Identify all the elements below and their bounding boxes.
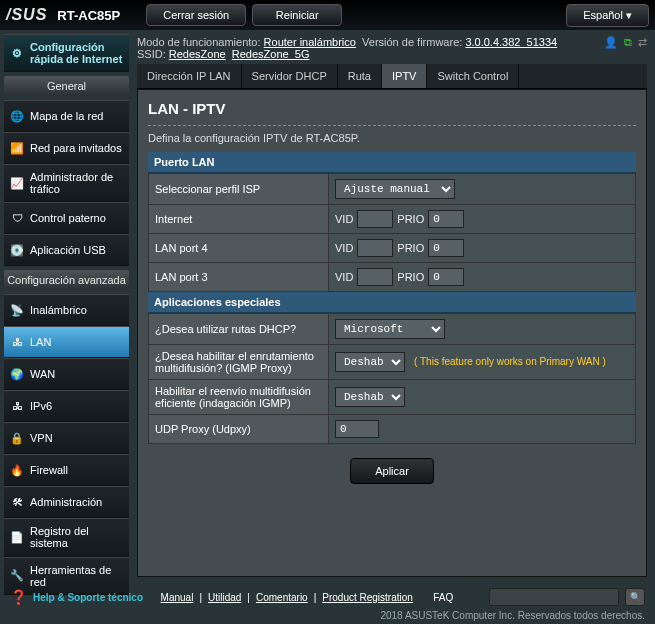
utility-link[interactable]: Utilidad [208,592,241,603]
productreg-link[interactable]: Product Registration [322,592,413,603]
ipv6-icon: 🖧 [8,397,26,415]
lan4-prio-input[interactable] [428,239,464,257]
firewall-icon: 🔥 [8,461,26,479]
ssid2-link[interactable]: RedesZone_5G [232,48,310,60]
shield-icon: 🛡 [8,209,26,227]
language-label: Español [583,9,623,21]
sidebar-item-ipv6[interactable]: 🖧 IPv6 [4,390,129,422]
lan3-prio-input[interactable] [428,268,464,286]
reboot-button[interactable]: Reiniciar [252,4,342,26]
tools-icon: 🔧 [8,567,26,585]
person-icon[interactable]: 👤 [604,36,618,49]
sidebar-item-label: Inalámbrico [30,304,87,316]
internet-label: Internet [149,205,329,234]
sidebar-item-usb-app[interactable]: 💽 Aplicación USB [4,234,129,266]
meter-icon: 📈 [8,174,26,192]
mode-link[interactable]: Router inalámbrico [264,36,356,48]
sidebar-item-label: Administrador de tráfico [30,171,125,195]
prio-label: PRIO [397,213,424,225]
lan4-vid-input[interactable] [357,239,393,257]
search-icon: 🔍 [630,592,641,602]
sidebar-item-label: LAN [30,336,51,348]
udpxy-input[interactable] [335,420,379,438]
wifi-status-icon[interactable]: ⧉ [624,36,632,49]
section-apps: Aplicaciones especiales [148,292,636,313]
feedback-link[interactable]: Comentario [256,592,308,603]
sidebar-item-label: Aplicación USB [30,244,106,256]
sidebar-item-label: Control paterno [30,212,106,224]
fw-link[interactable]: 3.0.0.4.382_51334 [465,36,557,48]
signal-icon: 📡 [8,301,26,319]
sidebar-item-label: Configuración rápida de Internet [30,41,125,65]
sidebar-item-firewall[interactable]: 🔥 Firewall [4,454,129,486]
isp-profile-label: Seleccionar perfil ISP [149,174,329,205]
sidebar-item-system-log[interactable]: 📄 Registro del sistema [4,518,129,556]
copyright: 2018 ASUSTeK Computer Inc. Reservados to… [10,610,645,621]
page-desc: Defina la configuración IPTV de RT-AC85P… [148,132,636,144]
search-button[interactable]: 🔍 [625,588,645,606]
sidebar-item-vpn[interactable]: 🔒 VPN [4,422,129,454]
sidebar-item-lan[interactable]: 🖧 LAN [4,326,129,358]
dhcp-routes-select[interactable]: Microsoft [335,319,445,339]
internet-prio-input[interactable] [428,210,464,228]
tab-iptv[interactable]: IPTV [382,64,427,88]
udpxy-label: UDP Proxy (Udpxy) [149,415,329,444]
lan-icon: 🖧 [8,333,26,351]
page-title: LAN - IPTV [148,100,636,117]
sidebar-item-network-map[interactable]: 🌐 Mapa de la red [4,100,129,132]
tab-lan-ip[interactable]: Dirección IP LAN [137,64,242,88]
dhcp-routes-label: ¿Desea utilizar rutas DHCP? [149,314,329,345]
lanport4-label: LAN port 4 [149,234,329,263]
usb-icon: 💽 [8,241,26,259]
world-icon: 🌍 [8,365,26,383]
sidebar-item-wan[interactable]: 🌍 WAN [4,358,129,390]
igmp-proxy-select[interactable]: Deshabilitar [335,352,405,372]
help-icon[interactable]: ❓ [10,589,27,605]
sidebar-item-label: Administración [30,496,102,508]
sidebar-item-label: WAN [30,368,55,380]
internet-vid-input[interactable] [357,210,393,228]
manual-link[interactable]: Manual [161,592,194,603]
mode-label: Modo de funcionamiento: [137,36,261,48]
log-icon: 📄 [8,528,26,546]
ssid1-link[interactable]: RedesZone [169,48,226,60]
sidebar-quick-setup[interactable]: ⚙ Configuración rápida de Internet [4,34,129,72]
chevron-down-icon: ▾ [626,9,632,21]
sidebar-item-label: Red para invitados [30,142,122,154]
logout-button[interactable]: Cerrar sesión [146,4,246,26]
igmp-note: ( This feature only works on Primary WAN… [414,356,606,367]
sidebar-group-general: General [4,76,129,96]
tabs: Dirección IP LAN Servidor DHCP Ruta IPTV… [137,64,647,89]
sidebar-item-label: IPv6 [30,400,52,412]
igmp-snoop-select[interactable]: Deshabilitar [335,387,405,407]
sidebar-item-guest-network[interactable]: 📶 Red para invitados [4,132,129,164]
language-button[interactable]: Español ▾ [566,4,649,27]
vid-label: VID [335,242,353,254]
sidebar-item-administration[interactable]: 🛠 Administración [4,486,129,518]
tab-dhcp[interactable]: Servidor DHCP [242,64,338,88]
lan3-vid-input[interactable] [357,268,393,286]
tab-switch[interactable]: Switch Control [427,64,519,88]
lanport3-label: LAN port 3 [149,263,329,292]
sidebar-item-parental-control[interactable]: 🛡 Control paterno [4,202,129,234]
sidebar-item-label: Registro del sistema [30,525,125,549]
sidebar-item-wireless[interactable]: 📡 Inalámbrico [4,294,129,326]
sidebar-item-traffic-manager[interactable]: 📈 Administrador de tráfico [4,164,129,202]
info-bar: 👤 ⧉ ⇄ Modo de funcionamiento: Router ina… [137,36,647,60]
fw-label: Versión de firmware: [362,36,462,48]
prio-label: PRIO [397,271,424,283]
vid-label: VID [335,213,353,225]
apply-button[interactable]: Aplicar [350,458,434,484]
ssid-label: SSID: [137,48,166,60]
help-label: Help & Soporte técnico [33,592,143,603]
search-input[interactable] [489,588,619,606]
isp-profile-select[interactable]: Ajuste manual [335,179,455,199]
section-lan-port: Puerto LAN [148,152,636,173]
tab-route[interactable]: Ruta [338,64,382,88]
igmp-snoop-label: Habilitar el reenvío multidifusión efici… [149,380,329,415]
usb-status-icon[interactable]: ⇄ [638,36,647,49]
igmp-proxy-label: ¿Desea habilitar el enrutamiento multidi… [149,345,329,380]
sidebar-group-advanced: Configuración avanzada [4,270,129,290]
prio-label: PRIO [397,242,424,254]
vpn-icon: 🔒 [8,429,26,447]
